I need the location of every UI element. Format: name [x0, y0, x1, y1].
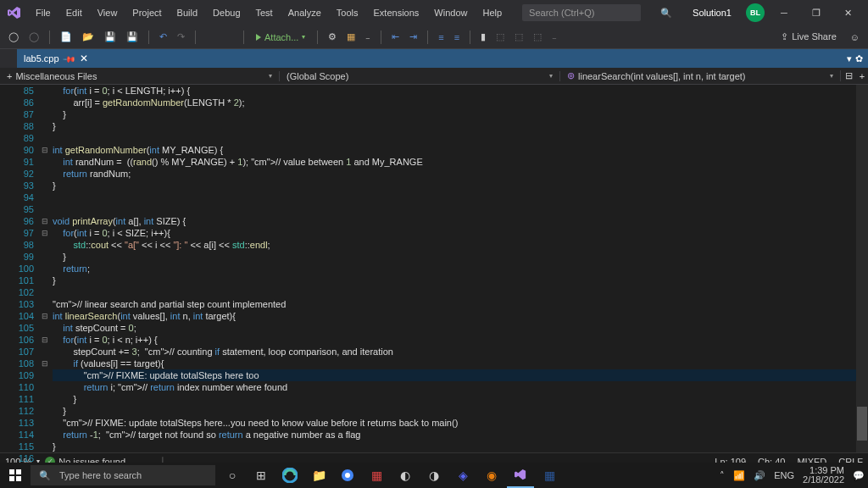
- scope-function[interactable]: ⊚ linearSearch(int values[], int n, int …: [560, 70, 841, 81]
- save-all-button[interactable]: 💾: [123, 30, 142, 44]
- live-share-button[interactable]: ⇪Live Share: [774, 30, 843, 44]
- app-icon-2[interactable]: ◑: [420, 463, 448, 488]
- edge-icon[interactable]: [276, 463, 303, 488]
- menu-view[interactable]: View: [91, 4, 125, 21]
- menu-build[interactable]: Build: [170, 4, 204, 21]
- language-icon[interactable]: ENG: [774, 470, 794, 480]
- search-icon[interactable]: 🔍: [655, 8, 677, 19]
- task-view-icon[interactable]: ⊞: [248, 463, 275, 488]
- volume-icon[interactable]: 🔊: [754, 470, 765, 481]
- scope-add-button[interactable]: +: [856, 71, 868, 81]
- tab-close-button[interactable]: ✕: [80, 53, 88, 64]
- scrollbar-thumb[interactable]: [857, 407, 867, 441]
- comment-button[interactable]: ≡: [435, 30, 447, 44]
- pdf-icon[interactable]: ▦: [363, 463, 390, 488]
- vertical-scrollbar[interactable]: [856, 85, 868, 452]
- menu-project[interactable]: Project: [125, 4, 168, 21]
- nav-back-button[interactable]: ◯: [5, 30, 22, 44]
- menu-analyze[interactable]: Analyze: [281, 4, 328, 21]
- minimize-button[interactable]: ─: [771, 4, 797, 21]
- scope-split-button[interactable]: ⊟: [841, 70, 856, 81]
- cortana-icon[interactable]: ○: [219, 463, 246, 488]
- code-content[interactable]: for(int i = 0; i < LENGTH; i++) { arr[i]…: [51, 85, 868, 452]
- line-gutter: 8586878889909192939495969798991001011021…: [0, 85, 39, 452]
- tb-icon-3[interactable]: ₋: [362, 30, 374, 44]
- chrome-icon[interactable]: [334, 463, 361, 488]
- wifi-icon[interactable]: 📶: [733, 470, 745, 481]
- menu-window[interactable]: Window: [427, 4, 474, 21]
- tb-misc-3[interactable]: ⬚: [530, 30, 545, 44]
- toolbar: ◯ ◯ 📄 📂 💾 💾 ↶ ↷ Attach... ▾ ⚙ ▦ ₋ ⇤ ⇥ ≡ …: [0, 25, 868, 49]
- nav-fwd-button[interactable]: ◯: [25, 30, 42, 44]
- attach-label: Attach...: [264, 32, 298, 42]
- menu-help[interactable]: Help: [476, 4, 509, 21]
- scope-namespace[interactable]: (Global Scope) ▾: [280, 71, 560, 81]
- blender-icon[interactable]: ◉: [478, 463, 505, 488]
- taskbar-search[interactable]: 🔍 Type here to search: [31, 465, 215, 485]
- code-editor[interactable]: 8586878889909192939495969798991001011021…: [0, 85, 868, 452]
- file-tab-active[interactable]: lab5.cpp 📌 ✕: [17, 49, 95, 68]
- play-icon: [256, 34, 261, 41]
- svg-rect-3: [16, 476, 21, 481]
- menu-file[interactable]: File: [29, 4, 58, 21]
- system-tray: ˄ 📶 🔊 ENG 1:39 PM 2/18/2022 💬: [720, 466, 868, 485]
- close-button[interactable]: ✕: [836, 4, 861, 21]
- scope-project[interactable]: + Miscellaneous Files ▾: [0, 71, 280, 81]
- solution-name: Solution1: [693, 8, 732, 18]
- start-button[interactable]: [0, 469, 31, 481]
- tray-chevron[interactable]: ˄: [720, 470, 725, 481]
- tb-misc-2[interactable]: ⬚: [511, 30, 526, 44]
- scope-bar: + Miscellaneous Files ▾ (Global Scope) ▾…: [0, 68, 868, 85]
- action-center-icon[interactable]: 💬: [853, 470, 865, 481]
- pin-icon[interactable]: 📌: [62, 52, 75, 65]
- editor-tab-bar: lab5.cpp 📌 ✕ ▾ ✿: [0, 49, 868, 68]
- config-selector[interactable]: [203, 36, 236, 39]
- new-item-button[interactable]: 📄: [57, 30, 75, 44]
- clock[interactable]: 1:39 PM 2/18/2022: [803, 466, 844, 485]
- explorer-icon[interactable]: 📁: [305, 463, 332, 488]
- discord-icon[interactable]: ◈: [449, 463, 476, 488]
- menu-debug[interactable]: Debug: [206, 4, 247, 21]
- indent-right[interactable]: ⇥: [406, 30, 420, 44]
- open-button[interactable]: 📂: [79, 30, 97, 44]
- menu-extensions[interactable]: Extensions: [367, 4, 426, 21]
- redo-button[interactable]: ↷: [174, 30, 188, 44]
- menu-test[interactable]: Test: [249, 4, 280, 21]
- undo-button[interactable]: ↶: [156, 30, 170, 44]
- tab-filename: lab5.cpp: [24, 53, 59, 64]
- title-bar: File Edit View Project Build Debug Test …: [0, 0, 868, 25]
- app-icon-1[interactable]: ◐: [392, 463, 419, 488]
- tb-icon-1[interactable]: ⚙: [325, 30, 340, 44]
- vs-taskbar-icon[interactable]: [507, 463, 534, 488]
- tb-misc-1[interactable]: ⬚: [492, 30, 508, 44]
- tb-icon-2[interactable]: ▦: [343, 30, 359, 44]
- word-icon[interactable]: ▦: [536, 463, 563, 488]
- maximize-button[interactable]: ❐: [804, 4, 829, 21]
- svg-rect-1: [16, 469, 21, 474]
- feedback-button[interactable]: ☺: [847, 30, 863, 44]
- svg-rect-0: [9, 469, 14, 474]
- attach-button[interactable]: Attach... ▾: [251, 30, 310, 44]
- indent-left[interactable]: ⇤: [388, 30, 403, 44]
- tab-overflow[interactable]: ▾: [847, 53, 852, 64]
- svg-point-6: [345, 473, 350, 478]
- main-menu: File Edit View Project Build Debug Test …: [29, 4, 509, 21]
- title-search-input[interactable]: Search (Ctrl+Q): [522, 4, 641, 21]
- uncomment-button[interactable]: ≡: [451, 30, 463, 44]
- menu-edit[interactable]: Edit: [59, 4, 89, 21]
- search-icon: 🔍: [39, 470, 51, 481]
- windows-taskbar: 🔍 Type here to search ○ ⊞ 📁 ▦ ◐ ◑ ◈ ◉ ▦ …: [0, 463, 868, 488]
- tb-misc-4[interactable]: ₋: [548, 30, 560, 44]
- taskbar-apps: ○ ⊞ 📁 ▦ ◐ ◑ ◈ ◉ ▦: [219, 463, 563, 488]
- fold-column[interactable]: ⊟⊟⊟⊟⊟⊟: [39, 85, 51, 452]
- vs-logo-icon: [7, 5, 22, 20]
- bookmark-button[interactable]: ▮: [477, 30, 489, 44]
- user-avatar[interactable]: BL: [746, 3, 765, 22]
- svg-rect-2: [9, 476, 14, 481]
- tab-settings-icon[interactable]: ✿: [855, 53, 863, 64]
- save-button[interactable]: 💾: [101, 30, 120, 44]
- menu-tools[interactable]: Tools: [330, 4, 365, 21]
